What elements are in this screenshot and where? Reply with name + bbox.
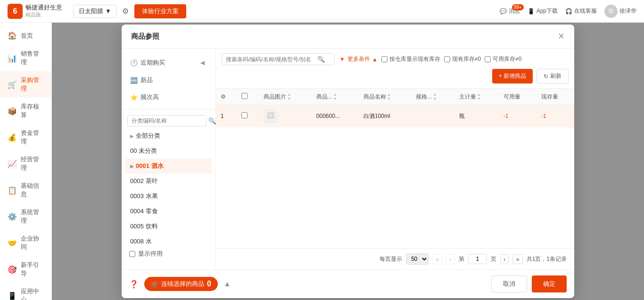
category-0001-label: 0001 酒水 — [136, 162, 164, 170]
tab-recent-purchase[interactable]: 🕐 近期购买 ◀ — [125, 54, 212, 71]
sort-arrows-img: ▲▼ — [287, 92, 291, 101]
right-panel: 🔍 🔻 更多条件 ▲ 按仓库显示现有库存 — [216, 49, 574, 269]
td-unit: 瓶 — [454, 105, 499, 127]
category-search-button[interactable]: 🔍 — [208, 117, 216, 125]
main-content: 商品参照 ✕ 🕐 近期购买 ◀ � — [52, 23, 644, 300]
product-name: 白酒100ml — [363, 113, 390, 119]
tab-new-products[interactable]: 🆕 新品 — [125, 72, 212, 88]
available-nonzero-checkbox[interactable] — [485, 56, 491, 62]
page-prev-button[interactable]: ‹ — [446, 254, 454, 264]
th-available: 可用量 — [499, 89, 537, 105]
cart-label: 连续选择的商品 — [161, 280, 204, 288]
category-00[interactable]: 00 未分类 — [125, 143, 212, 158]
th-product-img: 商品图片 ▲▼ — [259, 89, 311, 105]
finance-icon: 💰 — [8, 133, 17, 142]
help-icon[interactable]: ❓ — [129, 280, 139, 289]
sidebar-item-guide[interactable]: 🎯 新手引导 — [0, 256, 51, 283]
headset-icon: 🎧 — [565, 8, 572, 15]
category-search-input[interactable] — [127, 115, 206, 126]
category-0001[interactable]: ▶ 0001 酒水 — [125, 158, 212, 174]
table-row[interactable]: 1 🖼 — [216, 105, 574, 127]
system-icon: ⚙️ — [8, 212, 17, 221]
category-0008[interactable]: 0008 水 — [125, 234, 212, 244]
add-product-button[interactable]: + 新增商品 — [492, 69, 533, 83]
nav-messages[interactable]: 💬 消息 99+ — [500, 7, 520, 15]
refresh-button[interactable]: ↻ 刷新 — [537, 69, 569, 83]
sidebar-item-finance[interactable]: 💰 资金管理 — [0, 124, 51, 150]
sidebar-item-purchase[interactable]: 🛒 采购管理 — [0, 71, 51, 98]
row-checkbox[interactable] — [241, 112, 248, 118]
checkbox-stock-nonzero[interactable]: 现有库存≠0 — [444, 55, 481, 63]
th-product-code: 商品... ▲▼ — [312, 89, 359, 105]
product-search-input[interactable] — [226, 56, 315, 63]
checkbox-available-nonzero[interactable]: 可用库存≠0 — [485, 55, 521, 63]
sort-arrows-name: ▲▼ — [387, 92, 391, 101]
frequent-icon: ⭐ — [130, 94, 138, 101]
category-0005[interactable]: 0005 饮料 — [125, 219, 212, 234]
category-0002[interactable]: 0002 茶叶 — [125, 174, 212, 189]
sidebar-item-operations[interactable]: 📈 经营管理 — [0, 150, 51, 177]
nav-app-download[interactable]: 📱 App下载 — [528, 7, 558, 15]
modal-title: 商品参照 — [131, 32, 159, 41]
category-all-label: 全部分类 — [136, 132, 160, 140]
sidebar-item-apps[interactable]: 📱 应用中心 — [0, 283, 51, 300]
cart-selected-button[interactable]: 🛒 连续选择的商品 0 — [144, 277, 218, 291]
product-unit: 瓶 — [459, 113, 465, 119]
chevron-down-icon: ▼ — [105, 8, 111, 15]
brand-sub: 精品版 — [25, 11, 62, 18]
collapse-left-panel-button[interactable]: ◀ — [198, 58, 207, 67]
select-all-checkbox[interactable] — [241, 93, 248, 99]
available-value: -1 — [504, 113, 509, 119]
sidebar-label-home: 首页 — [21, 32, 33, 40]
per-page-select[interactable]: 50 — [406, 253, 429, 265]
cancel-button[interactable]: 取消 — [491, 275, 527, 292]
guide-icon: 🎯 — [8, 265, 17, 274]
sidebar-item-sales[interactable]: 📊 销售管理 — [0, 45, 51, 71]
th-spec-label: 规格... — [416, 93, 432, 101]
nav-right: 💬 消息 99+ 📱 App下载 🎧 在线客服 徐 徐泽华 — [500, 5, 636, 18]
category-0002-label: 0002 茶叶 — [130, 177, 158, 185]
purchase-icon: 🛒 — [8, 80, 17, 89]
page-number-input[interactable] — [468, 254, 487, 264]
experience-button[interactable]: 体验行业方案 — [134, 4, 186, 18]
modal-close-button[interactable]: ✕ — [558, 31, 565, 42]
more-conditions-button[interactable]: 🔻 更多条件 ▲ — [339, 55, 378, 63]
chevron-up-icon: ▲ — [372, 56, 378, 63]
nav-service[interactable]: 🎧 在线客服 — [565, 7, 597, 15]
sidebar-item-basic-info[interactable]: 📋 基础信息 — [0, 177, 51, 203]
modal-body: 🕐 近期购买 ◀ 🆕 新品 ⭐ 频次高 — [122, 49, 574, 269]
category-0004[interactable]: 0004 零食 — [125, 204, 212, 219]
td-available: -1 — [499, 105, 537, 127]
sort-arrows-spec: ▲▼ — [433, 92, 437, 101]
settings-icon[interactable]: ⚙ — [122, 7, 129, 16]
display-stopped-checkbox[interactable] — [129, 251, 135, 257]
tab-recent-label: 近期购买 — [140, 58, 165, 67]
page-last-button[interactable]: » — [512, 254, 522, 264]
product-image: 🖼 — [264, 109, 278, 123]
sidebar-label-purchase: 采购管理 — [21, 76, 44, 93]
store-selector[interactable]: 日太阳膜 ▼ — [74, 5, 116, 18]
page-next-button[interactable]: › — [500, 254, 509, 264]
page-first-button[interactable]: « — [432, 254, 442, 264]
sidebar-item-home[interactable]: 🏠 首页 — [0, 26, 51, 45]
nav-user[interactable]: 徐 徐泽华 — [604, 5, 636, 18]
category-0005-label: 0005 饮料 — [130, 222, 158, 231]
confirm-button[interactable]: 确定 — [532, 275, 567, 292]
stock-nonzero-checkbox[interactable] — [444, 56, 450, 62]
warehouse-checkbox[interactable] — [381, 56, 388, 62]
sidebar-item-system[interactable]: ⚙️ 系统管理 — [0, 203, 51, 230]
product-search-icon[interactable]: 🔍 — [317, 56, 325, 63]
refresh-label: 刷新 — [550, 72, 561, 80]
sidebar-item-inventory[interactable]: 📦 库存核算 — [0, 98, 51, 124]
brand-name: 畅捷通好生意 — [25, 4, 62, 11]
collapse-footer-icon[interactable]: ▲ — [223, 280, 231, 288]
operations-icon: 📈 — [8, 159, 17, 168]
left-panel: 🕐 近期购买 ◀ 🆕 新品 ⭐ 频次高 — [122, 49, 216, 269]
column-settings-icon[interactable]: ⚙ — [221, 93, 226, 100]
category-all[interactable]: ▶ 全部分类 — [125, 128, 212, 143]
display-stopped-label: 显示停用 — [138, 250, 163, 258]
category-0003[interactable]: 0003 水果 — [125, 189, 212, 204]
checkbox-warehouse[interactable]: 按仓库显示现有库存 — [381, 55, 440, 63]
sidebar-item-enterprise[interactable]: 🤝 企业协同 — [0, 230, 51, 256]
tab-frequent[interactable]: ⭐ 频次高 — [125, 89, 212, 105]
